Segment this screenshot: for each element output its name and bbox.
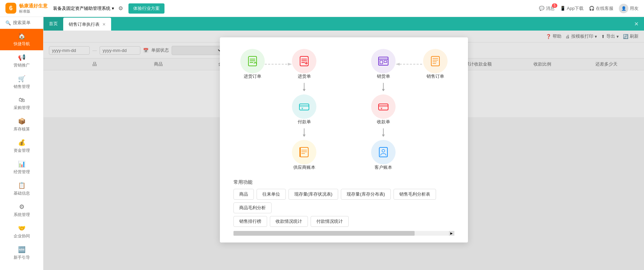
purchase-order-icon <box>246 55 259 67</box>
cf-btn-goods[interactable]: 商品 <box>233 189 254 200</box>
sidebar-item-operations[interactable]: 📊 经营管理 <box>0 157 43 178</box>
purchase-bill-circle <box>292 49 316 73</box>
cf-buttons-row2: 销售排行榜 收款情况统计 付款情况统计 <box>233 216 454 227</box>
down-arrow-svg1 <box>301 83 307 91</box>
down-arrow-sb <box>371 83 396 91</box>
sidebar-search-label: 搜索菜单 <box>13 20 31 26</box>
svg-marker-16 <box>396 63 400 66</box>
sales-icon: 🛒 <box>18 75 25 83</box>
cf-btn-stock-dist[interactable]: 现存量(库存分布表) <box>341 189 391 200</box>
receipt-bill-circle: ¥ <box>371 94 396 119</box>
down-arrow-paybill <box>292 128 316 137</box>
top-bar: 6 畅康通好生意 标准版 装备及固定资产辅助管理系统 ▾ ⚙ 体验行业方案 💬 … <box>0 0 644 17</box>
inventory-icon: 📦 <box>18 118 25 125</box>
online-service-label: 在线客服 <box>596 5 613 12</box>
sidebar-item-quick-nav[interactable]: 🏠 快捷导航 <box>0 29 43 50</box>
service-icon: 🎧 <box>589 6 594 11</box>
workflow-node-receipt-bill[interactable]: ¥ 收款单 <box>371 94 396 125</box>
sales-order-circle <box>423 49 448 73</box>
down-arrow-svg2 <box>381 83 386 91</box>
cf-btn-payment-stat[interactable]: 付款情况统计 <box>311 216 349 227</box>
cf-btn-goods-profit[interactable]: 商品毛利分析 <box>233 202 272 213</box>
arrow-po-to-pb <box>265 61 292 67</box>
workflow-node-payment-bill[interactable]: ¥ 付款单 <box>292 94 316 125</box>
user-avatar: 👤 <box>619 4 628 13</box>
sidebar-item-label: 快捷导航 <box>14 41 30 47</box>
workflow-node-customer-ledger[interactable]: 客户账本 <box>371 140 396 170</box>
message-icon: 💬 <box>539 6 544 11</box>
basic-info-icon: 📋 <box>18 182 25 189</box>
sidebar-item-sales[interactable]: 🛒 销售管理 <box>0 72 43 93</box>
svg-text:¥: ¥ <box>380 107 383 110</box>
sidebar-item-label: 库存核算 <box>14 126 30 132</box>
sidebar-item-new-guide[interactable]: 🆕 新手引导 <box>0 242 43 264</box>
svg-text:¥: ¥ <box>301 107 303 110</box>
sidebar-item-label: 资金管理 <box>14 148 30 154</box>
quick-nav-icon: 🏠 <box>18 32 25 40</box>
customer-ledger-icon <box>377 146 389 158</box>
purchase-icon: 🛍 <box>19 96 25 104</box>
tab-sales-order-exec[interactable]: 销售订单执行表 ✕ <box>63 18 111 31</box>
system-name-text: 装备及固定资产辅助管理系统 <box>53 5 110 12</box>
workflow-node-sales-order[interactable]: 销售订单 <box>423 49 448 79</box>
purchase-bill-icon <box>298 55 310 67</box>
online-service-btn[interactable]: 🎧 在线客服 <box>589 5 613 12</box>
tab-close-icon[interactable]: ✕ <box>102 22 106 27</box>
workflow-node-supplier-ledger[interactable]: 供应商账本 <box>292 140 316 170</box>
experience-btn[interactable]: 体验行业方案 <box>128 3 164 14</box>
cf-btn-sales-rank[interactable]: 销售排行榜 <box>233 216 267 227</box>
modal-overlay: 进货订单 <box>43 31 644 270</box>
sidebar-item-inventory[interactable]: 📦 库存核算 <box>0 114 43 136</box>
modal-scrollbar[interactable]: ▶ <box>233 231 454 236</box>
workflow-node-purchase-order[interactable]: 进货订单 <box>240 49 265 79</box>
message-btn[interactable]: 💬 消息 5 <box>539 5 555 12</box>
sidebar-item-enterprise[interactable]: 🤝 企业协同 <box>0 221 43 242</box>
dropdown-arrow-icon: ▾ <box>112 6 114 11</box>
close-all-tabs-btn[interactable]: ✕ <box>629 21 644 27</box>
sidebar-search[interactable]: 🔍 搜索菜单 <box>0 17 43 29</box>
cf-btn-stock-status[interactable]: 现存量(库存状况表) <box>289 189 338 200</box>
payment-bill-icon: ¥ <box>298 101 310 113</box>
payment-bill-circle: ¥ <box>292 94 316 119</box>
workflow-node-purchase-bill[interactable]: 进货单 <box>292 49 316 79</box>
system-name-dropdown[interactable]: 装备及固定资产辅助管理系统 ▾ <box>53 5 114 12</box>
top-actions: 💬 消息 5 📱 App下载 🎧 在线客服 👤 用友 <box>539 4 639 13</box>
sidebar-item-marketing[interactable]: 📢 营销推广 <box>0 50 43 72</box>
sidebar-item-basic-info[interactable]: 📋 基础信息 <box>0 178 43 200</box>
tab-home[interactable]: 首页 <box>43 17 63 31</box>
tab-sales-order-label: 销售订单执行表 <box>69 21 100 28</box>
workflow-diagram: 进货订单 <box>233 46 454 174</box>
sidebar-item-label: 系统管理 <box>14 212 30 218</box>
cf-btn-receipt-stat[interactable]: 收款情况统计 <box>270 216 308 227</box>
user-menu-btn[interactable]: 👤 用友 <box>619 4 639 13</box>
system-mgmt-icon: ⚙ <box>19 203 24 211</box>
scroll-arrow-right[interactable]: ▶ <box>449 231 454 236</box>
sidebar-item-label: 基础信息 <box>14 191 30 196</box>
svg-rect-37 <box>300 147 308 157</box>
page-content: ❓ 帮助 🖨 按模板打印 ▾ ⬆ 导出 ▾ <box>43 31 644 270</box>
app-wrapper: 6 畅康通好生意 标准版 装备及固定资产辅助管理系统 ▾ ⚙ 体验行业方案 💬 … <box>0 0 644 270</box>
tab-home-label: 首页 <box>49 21 58 27</box>
scroll-handle <box>233 231 415 236</box>
brand-version: 标准版 <box>19 9 48 14</box>
cf-buttons-row1: 商品 往来单位 现存量(库存状况表) 现存量(库存分布表) 销售毛利分析表 商品… <box>233 189 454 213</box>
sidebar-item-label: 采购管理 <box>14 105 30 111</box>
svg-rect-15 <box>384 60 387 62</box>
sidebar-item-label: 营销推广 <box>14 62 30 68</box>
workflow-node-sales-bill[interactable]: 销货单 <box>371 49 396 79</box>
cf-btn-counterpart[interactable]: 往来单位 <box>257 189 286 200</box>
sidebar-item-label: 新手引导 <box>14 255 30 260</box>
search-icon: 🔍 <box>5 20 11 25</box>
sidebar-item-finance[interactable]: 💰 资金管理 <box>0 136 43 157</box>
arrow-right-svg <box>265 61 292 67</box>
svg-rect-14 <box>380 60 383 64</box>
purchase-bill-label: 进货单 <box>298 73 311 79</box>
user-name: 用友 <box>630 5 639 12</box>
sidebar-item-system-mgmt[interactable]: ⚙ 系统管理 <box>0 200 43 221</box>
settings-icon[interactable]: ⚙ <box>118 5 123 12</box>
sidebar-item-purchase[interactable]: 🛍 采购管理 <box>0 93 43 114</box>
cf-btn-sales-profit[interactable]: 销售毛利分析表 <box>394 189 436 200</box>
sales-bill-icon <box>377 55 389 67</box>
app-download-btn[interactable]: 📱 App下载 <box>560 5 584 12</box>
receipt-bill-icon: ¥ <box>377 101 389 113</box>
